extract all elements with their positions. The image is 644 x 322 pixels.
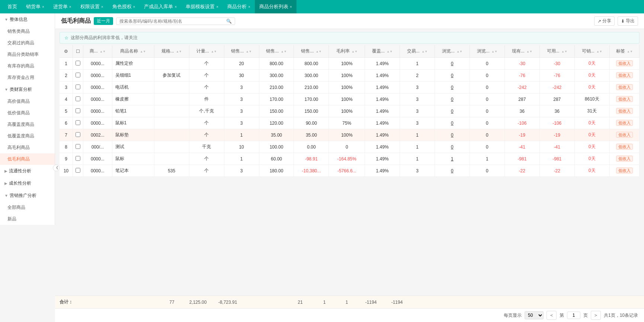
nav-product-in[interactable]: 产成品入库单 × (140, 0, 181, 13)
cell-trade: 3 (400, 93, 435, 105)
cell-view1[interactable]: 0 (435, 105, 470, 117)
cell-view1[interactable]: 0 (435, 117, 470, 129)
th-sale3[interactable]: 销售... ▲▼ (294, 45, 329, 58)
sidebar-item-low-coverage[interactable]: 低覆盖度商品 (0, 130, 55, 142)
th-sale1[interactable]: 销售... ▲▼ (224, 45, 259, 58)
nav-template[interactable]: 单据模板设置 × (181, 0, 223, 13)
nav-goods-list-close[interactable]: × (290, 5, 292, 9)
th-settings[interactable]: ⚙ (60, 45, 73, 58)
nav-permission-close[interactable]: × (101, 5, 103, 9)
th-checkbox[interactable]: ☐ (73, 45, 83, 58)
sidebar-item-low-value[interactable]: 低价值商品 (0, 107, 55, 119)
nav-goods-analysis-close[interactable]: × (248, 5, 250, 9)
cell-gross-rate: 100% (329, 93, 365, 105)
sidebar-item-high-margin[interactable]: 高毛利商品 (0, 142, 55, 153)
sidebar-group-growth[interactable]: ▶ 成长性分析 (0, 177, 55, 189)
th-view1[interactable]: 浏览... ▲▼ (435, 45, 470, 58)
table-row: 2 0000... 吴细细1 参加复试 个 30 300.00 300.00 1… (60, 70, 640, 82)
sidebar-item-sales-goods[interactable]: 销售类商品 (0, 26, 55, 37)
th-cover-rate[interactable]: 覆盖... ▲▼ (365, 45, 400, 58)
cell-view1[interactable]: 0 (435, 141, 470, 153)
cell-view1[interactable]: 0 (435, 129, 470, 141)
th-code[interactable]: 商... ▲▼ (83, 45, 112, 58)
th-spec[interactable]: 规格... ▲▼ (154, 45, 189, 58)
nav-sales-close[interactable]: × (42, 5, 44, 9)
th-name[interactable]: 商品名称 ▲▼ (112, 45, 154, 58)
th-view2[interactable]: 浏览... ▲▼ (470, 45, 504, 58)
next-page-btn[interactable]: ＞ (591, 311, 601, 320)
table-row: 3 0000... 电话机 个 3 210.00 210.00 100% 1.4… (60, 82, 640, 93)
cell-cover-rate: 1.49% (365, 141, 400, 153)
cell-cover-rate: 1.49% (365, 105, 400, 117)
cell-checkbox[interactable] (73, 93, 83, 105)
cell-checkbox[interactable] (73, 165, 83, 177)
arrow-icon-2: ▼ (4, 87, 8, 92)
sidebar-item-stock-fund[interactable]: 库存资金占用 (0, 72, 55, 83)
sidebar-item-traded-goods[interactable]: 交易过的商品 (0, 37, 55, 49)
sidebar-item-high-value[interactable]: 高价值商品 (0, 96, 55, 107)
nav-sales[interactable]: 销货单 × (22, 0, 49, 13)
th-stock2[interactable]: 可用... ▲▼ (539, 45, 574, 58)
cell-checkbox[interactable] (73, 129, 83, 141)
cell-view2: 1 (470, 153, 504, 165)
th-sale2[interactable]: 销售... ▲▼ (259, 45, 294, 58)
th-unit[interactable]: 计量... ▲▼ (189, 45, 224, 58)
sidebar-group-overview[interactable]: ▼ 整体信息 (0, 13, 55, 26)
search-input[interactable] (119, 19, 226, 24)
cell-trade: 3 (400, 105, 435, 117)
sidebar-item-new-goods[interactable]: 新品 (0, 213, 55, 225)
nav-home[interactable]: 首页 (3, 0, 22, 13)
cell-view1[interactable]: 0 (435, 70, 470, 82)
sidebar-item-high-coverage[interactable]: 高覆盖度商品 (0, 119, 55, 130)
cell-spec (154, 105, 189, 117)
cell-checkbox[interactable] (73, 58, 83, 70)
nav-role[interactable]: 角色授权 × (108, 0, 140, 13)
footer-view1: 1 (313, 300, 336, 305)
table-row: 8 000/... 测试 千克 10 100.00 0.00 0 1.49% 1… (60, 141, 640, 153)
cell-unit: 个 (189, 117, 224, 129)
cell-checkbox[interactable] (73, 153, 83, 165)
th-trade[interactable]: 交易... ▲▼ (400, 45, 435, 58)
cell-view1[interactable]: 0 (435, 82, 470, 93)
sidebar-group-marketing[interactable]: ▼ 营销推广分析 (0, 189, 55, 202)
sidebar-collapse-btn[interactable]: 《 (53, 165, 60, 171)
th-tag[interactable]: 标签 ▲▼ (609, 45, 639, 58)
sidebar-item-low-margin[interactable]: 低毛利商品 (0, 153, 55, 165)
cell-view1[interactable]: 0 (435, 58, 470, 70)
cell-checkbox[interactable] (73, 117, 83, 129)
table-container[interactable]: ⚙ ☐ 商... ▲▼ 商品名称 ▲▼ 规格... ▲▼ (55, 45, 644, 296)
export-button[interactable]: ⬇ 导出 (618, 16, 638, 26)
nav-purchase[interactable]: 进货单 × (49, 0, 76, 13)
sidebar-group-wealth[interactable]: ▼ 类财富分析 (0, 83, 55, 96)
cell-unit: 个 (189, 58, 224, 70)
time-tag-btn[interactable]: 近一月 (94, 17, 113, 25)
page-number-input[interactable] (567, 312, 580, 319)
cell-view1[interactable]: 0 (435, 93, 470, 105)
nav-goods-analysis[interactable]: 商品分析 × (223, 0, 255, 13)
cell-view1[interactable]: 1 (435, 153, 470, 165)
nav-permission[interactable]: 权限设置 × (76, 0, 108, 13)
sidebar-item-all-goods[interactable]: 全部商品 (0, 202, 55, 213)
nav-template-close[interactable]: × (216, 5, 218, 9)
nav-goods-list[interactable]: 商品分析列表 × (255, 0, 297, 13)
th-stock1[interactable]: 现有... ▲▼ (504, 45, 539, 58)
page-size-select[interactable]: 50 100 200 (525, 311, 544, 319)
nav-purchase-close[interactable]: × (69, 5, 71, 9)
cell-checkbox[interactable] (73, 82, 83, 93)
cell-sale2: 120.00 (259, 117, 294, 129)
th-can-sell[interactable]: 可销... ▲▼ (574, 45, 609, 58)
th-gross-rate[interactable]: 毛利率 ▲▼ (329, 45, 365, 58)
cell-gross-rate: 100% (329, 82, 365, 93)
cell-checkbox[interactable] (73, 70, 83, 82)
cell-checkbox[interactable] (73, 141, 83, 153)
cell-checkbox[interactable] (73, 105, 83, 117)
cell-view1[interactable]: 0 (435, 165, 470, 177)
nav-role-close[interactable]: × (133, 5, 135, 9)
prev-page-btn[interactable]: ＜ (547, 311, 557, 320)
sidebar-item-category-rate[interactable]: 商品分类助销率 (0, 49, 55, 60)
arrow-icon-3: ▶ (4, 169, 7, 173)
sidebar-item-stock-goods[interactable]: 有库存的商品 (0, 60, 55, 72)
nav-product-in-close[interactable]: × (174, 5, 177, 9)
share-button[interactable]: ↗ 分享 (594, 16, 615, 26)
sidebar-group-flow[interactable]: ▶ 流通性分析 (0, 165, 55, 177)
